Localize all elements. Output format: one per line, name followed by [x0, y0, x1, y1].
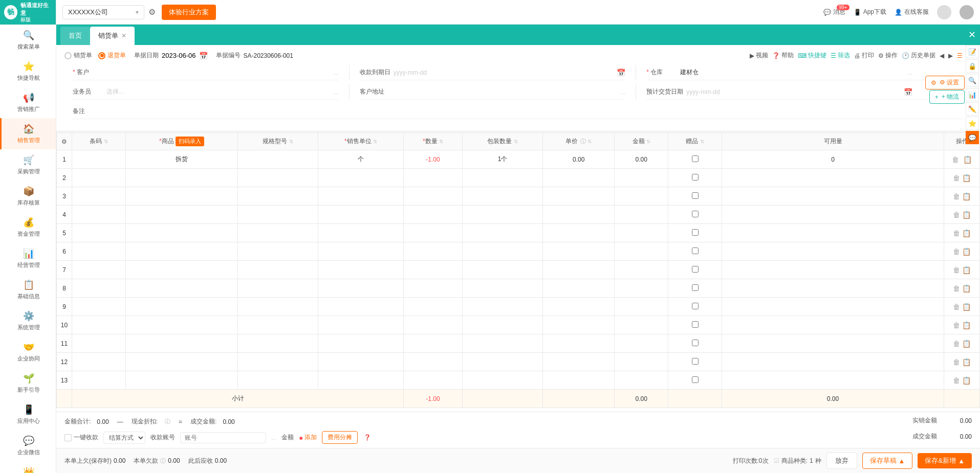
operation-btn[interactable]: ⚙ 操作 [878, 51, 898, 60]
salesperson-dots-btn[interactable]: ... [334, 88, 339, 96]
payment-method-select[interactable]: 结算方式 [103, 432, 145, 444]
delete-icon[interactable]: 🗑 [953, 284, 960, 292]
company-selector[interactable]: XXXXXX公司 ▾ [62, 5, 144, 19]
right-panel-btn-2[interactable]: 🔒 [966, 59, 979, 73]
warehouse-input[interactable]: 建材仓 [680, 68, 904, 77]
salesperson-input[interactable]: 选择... [106, 87, 331, 96]
copy-icon[interactable]: 📋 [962, 247, 971, 256]
delete-icon[interactable]: 🗑 [953, 266, 960, 274]
copy-icon[interactable]: 📋 [962, 340, 971, 348]
sidebar-item-wechat[interactable]: 💬 企业微信 [0, 430, 56, 461]
sidebar-item-finance[interactable]: 💰 资金管理 [0, 212, 56, 243]
avatar2[interactable] [960, 5, 974, 19]
tab-close-icon[interactable]: ✕ [121, 32, 126, 39]
sidebar-item-search[interactable]: 🔍 搜索菜单 [0, 25, 56, 56]
copy-icon[interactable]: 📋 [962, 303, 971, 311]
list-view-btn[interactable]: ☰ [957, 52, 963, 59]
delete-icon[interactable]: 🗑 [953, 358, 960, 366]
sidebar-item-collab[interactable]: 🤝 企业协同 [0, 336, 56, 368]
app-download-btn[interactable]: 📱 App下载 [854, 8, 886, 16]
col-settings[interactable]: ⚙ [57, 133, 72, 150]
payment-calendar-icon[interactable]: 📅 [617, 69, 625, 77]
sort-spec-icon[interactable]: ⇅ [289, 139, 293, 144]
copy-icon[interactable]: 📋 [963, 155, 972, 164]
right-panel-btn-5[interactable]: ✏️ [966, 102, 979, 116]
gift-checkbox[interactable] [692, 340, 699, 346]
nav-prev-btn[interactable]: ◀ [940, 52, 944, 59]
message-btn[interactable]: 💬 消息 99+ [823, 8, 845, 16]
sort-gift-icon[interactable]: ⇅ [700, 139, 704, 144]
expected-date-input[interactable]: yyyy-mm-dd [686, 88, 901, 96]
sidebar-item-operation[interactable]: 📊 经营管理 [0, 243, 56, 274]
right-panel-btn-1[interactable]: 📝 [966, 45, 979, 58]
sort-price-icon[interactable]: ⇅ [587, 139, 592, 144]
gift-checkbox[interactable] [692, 247, 699, 254]
expected-calendar-icon[interactable]: 📅 [904, 88, 912, 96]
cell-unit-price[interactable]: 0.00 [542, 150, 614, 169]
copy-icon[interactable]: 📋 [962, 192, 971, 200]
settings-btn[interactable]: ⚙ ⚙ 设置 [925, 76, 965, 89]
save-draft-btn[interactable]: 保存草稿 ▲ [862, 453, 913, 469]
copy-icon[interactable]: 📋 [962, 266, 971, 274]
video-btn[interactable]: ▶ 视频 [750, 51, 768, 60]
cell-gift[interactable] [668, 150, 722, 169]
avatar[interactable] [937, 5, 951, 19]
save-new-btn[interactable]: 保存&新增 ▲ [918, 453, 972, 468]
try-industry-btn[interactable]: 体验行业方案 [162, 5, 216, 20]
sort-barcode-icon[interactable]: ⇅ [104, 139, 108, 144]
copy-icon[interactable]: 📋 [962, 229, 971, 237]
gift-checkbox[interactable] [692, 303, 699, 309]
tab-sales-order[interactable]: 销货单 ✕ [90, 27, 135, 45]
print-btn[interactable]: 🖨 打印 [854, 51, 874, 60]
sort-pack-icon[interactable]: ⇅ [514, 139, 518, 144]
settings-gear-btn[interactable]: ⚙ [148, 7, 156, 17]
expense-split-btn[interactable]: 费用分摊 [322, 431, 358, 444]
gift-checkbox[interactable] [692, 211, 699, 217]
customer-dots-btn[interactable]: ... [334, 69, 339, 76]
right-panel-btn-3[interactable]: 🔍 [966, 74, 979, 87]
copy-icon[interactable]: 📋 [962, 284, 971, 292]
gift-checkbox[interactable] [692, 284, 699, 291]
delete-icon[interactable]: 🗑 [953, 192, 960, 200]
collect-checkbox[interactable] [64, 434, 72, 441]
calendar-icon[interactable]: 📅 [199, 52, 208, 60]
gift-checkbox[interactable] [692, 155, 699, 162]
expense-info-icon[interactable]: ❓ [364, 434, 371, 441]
delete-icon[interactable]: 🗑 [953, 340, 960, 348]
gift-checkbox[interactable] [692, 192, 699, 199]
delete-icon[interactable]: 🗑 [953, 376, 960, 385]
payment-due-input[interactable]: yyyy-mm-dd [394, 69, 614, 76]
cell-quantity[interactable]: -1.00 [404, 150, 463, 169]
delete-icon[interactable]: 🗑 [953, 174, 960, 182]
delete-icon[interactable]: 🗑 [953, 211, 960, 219]
history-btn[interactable]: 🕐 历史单据 [902, 51, 935, 60]
sort-amount-icon[interactable]: ⇅ [646, 139, 650, 144]
delete-icon[interactable]: 🗑 [953, 247, 960, 256]
copy-icon[interactable]: 📋 [962, 211, 971, 219]
one-click-collect-check[interactable]: 一键收款 [64, 433, 98, 442]
delete-icon[interactable]: 🗑 [953, 229, 960, 237]
gift-checkbox[interactable] [692, 321, 699, 328]
gift-checkbox[interactable] [692, 229, 699, 236]
gift-checkbox[interactable] [692, 376, 699, 383]
copy-icon[interactable]: 📋 [962, 174, 971, 182]
add-btn[interactable]: ● 添加 [299, 433, 317, 442]
online-service-btn[interactable]: 👤 在线客服 [895, 8, 929, 16]
sort-qty-icon[interactable]: ⇅ [439, 139, 443, 144]
sales-order-radio[interactable]: 销货单 [64, 51, 92, 60]
discount-info-icon[interactable]: ⓘ [165, 418, 170, 425]
copy-icon[interactable]: 📋 [962, 376, 971, 385]
copy-icon[interactable]: 📋 [962, 321, 971, 329]
sort-unit-icon[interactable]: ⇅ [373, 139, 377, 144]
cell-barcode[interactable] [72, 150, 126, 169]
sidebar-item-sales[interactable]: 🏠 销售管理 [0, 118, 56, 149]
sidebar-item-apps[interactable]: 📱 应用中心 [0, 399, 56, 430]
gift-checkbox[interactable] [692, 358, 699, 365]
filter-btn[interactable]: ☰ 筛选 [831, 51, 850, 60]
account-input[interactable] [180, 432, 266, 443]
shortcut-btn[interactable]: ⌨ 快捷键 [798, 51, 826, 60]
price-info-icon[interactable]: ⓘ [580, 138, 586, 144]
sidebar-item-system[interactable]: ⚙️ 系统管理 [0, 305, 56, 336]
delete-icon[interactable]: 🗑 [952, 155, 959, 164]
help-btn[interactable]: ❓ 帮助 [772, 51, 794, 60]
